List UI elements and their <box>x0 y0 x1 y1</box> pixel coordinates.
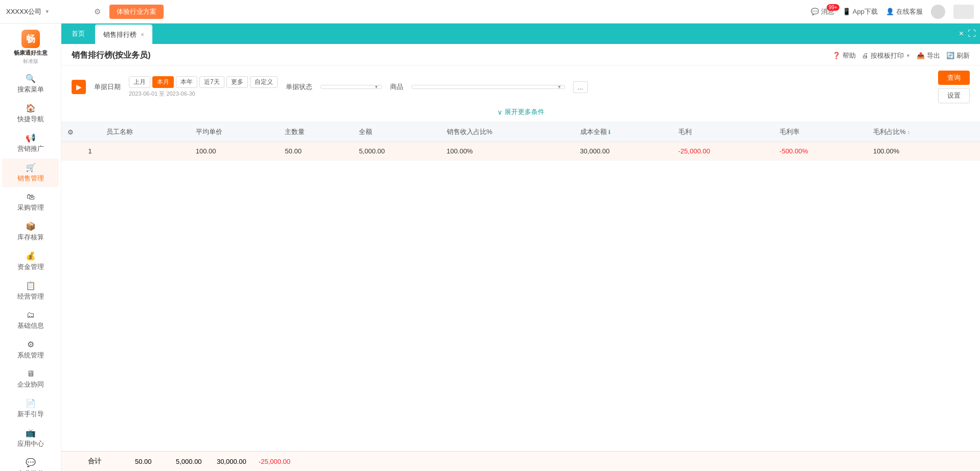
row-name <box>100 142 190 161</box>
tab-sales-ranking[interactable]: 销售排行榜 × <box>95 25 152 45</box>
filter-actions: 查询 设置 <box>938 71 970 103</box>
sidebar-item-quicknav[interactable]: 🏠 快捷导航 <box>2 99 59 128</box>
message-badge: 99+ <box>827 4 839 11</box>
row-profit: -25,000.00 <box>672 142 773 161</box>
footer-profit: -25,000.00 <box>253 458 297 465</box>
expand-more-button[interactable]: ∨ 展开更多条件 <box>72 107 970 117</box>
date-btn-last-month[interactable]: 上月 <box>129 76 150 88</box>
status-select-wrapper[interactable] <box>321 85 382 89</box>
app-download-button[interactable]: 📱 App下载 <box>842 7 878 16</box>
expand-window-icon[interactable]: ⛶ <box>968 29 976 38</box>
sidebar-label-system: 系统管理 <box>17 351 44 360</box>
sidebar-item-appcenter[interactable]: 📺 应用中心 <box>2 424 59 453</box>
status-select[interactable] <box>321 85 382 89</box>
sales-icon: 🛒 <box>26 163 36 172</box>
table-footer: 合计 50.00 5,000.00 30,000.00 -25,000.00 <box>61 451 980 471</box>
row-avg-price: 100.00 <box>190 142 279 161</box>
date-btn-7days[interactable]: 近7天 <box>199 76 224 88</box>
user-name-display <box>953 5 974 19</box>
th-cost-amt: 成本全额 ℹ <box>574 122 672 142</box>
date-filter-label: 单据日期 <box>94 82 121 92</box>
print-button[interactable]: 🖨 按模板打印 ▼ <box>862 51 910 60</box>
profit-pct-sort-icon: ↕ <box>907 129 910 135</box>
system-icon: ⚙ <box>27 340 34 349</box>
sidebar-item-purchase[interactable]: 🛍 采购管理 <box>2 188 59 216</box>
sidebar-label-finance: 资金管理 <box>17 262 44 272</box>
message-button[interactable]: 💬 消息 99+ <box>811 7 834 16</box>
sidebar-item-marketing[interactable]: 📢 营销推广 <box>2 129 59 158</box>
top-bar-right: 💬 消息 99+ 📱 App下载 👤 在线客服 <box>811 5 974 19</box>
data-table: ⚙ 员工名称 平均单价 主数量 全额 销售收入占比% 成本全额 ℹ 毛利 毛利率… <box>61 122 980 161</box>
date-btn-more[interactable]: 更多 <box>226 76 248 88</box>
tab-close-icon[interactable]: × <box>141 31 144 38</box>
trial-button[interactable]: 体验行业方案 <box>109 5 164 19</box>
date-btn-this-month[interactable]: 本月 <box>152 76 174 88</box>
status-filter-label: 单据状态 <box>286 82 312 92</box>
cooperation-icon: 🖥 <box>27 369 35 378</box>
dots-button[interactable]: ... <box>573 81 588 93</box>
sidebar-item-cooperation[interactable]: 🖥 企业协同 <box>2 365 59 393</box>
th-rank <box>80 122 100 142</box>
expand-down-icon: ∨ <box>497 108 503 116</box>
sidebar-item-guide[interactable]: 📄 新手引导 <box>2 394 59 423</box>
page-title: 销售排行榜(按业务员) <box>72 50 151 61</box>
sidebar-label-sales: 销售管理 <box>17 174 44 183</box>
filter-row: ▶ 单据日期 上月 本月 本年 近7天 更多 自定义 2023-06-01 至 … <box>72 71 970 103</box>
refresh-button[interactable]: 🔄 刷新 <box>946 51 970 60</box>
sidebar-item-finance[interactable]: 💰 资金管理 <box>2 247 59 276</box>
sidebar-item-system[interactable]: ⚙ 系统管理 <box>2 335 59 364</box>
tab-label: 销售排行榜 <box>103 30 136 39</box>
row-qty: 50.00 <box>279 142 353 161</box>
search-button[interactable]: 查询 <box>938 71 970 85</box>
wxwork-icon: 💬 <box>26 458 36 467</box>
export-button[interactable]: 📤 导出 <box>917 51 940 60</box>
footer-qty: 50.00 <box>129 458 170 465</box>
company-selector[interactable]: XXXXX公司 ▼ <box>6 7 88 16</box>
online-service-button[interactable]: 👤 在线客服 <box>886 7 923 16</box>
sidebar-label-purchase: 采购管理 <box>17 203 44 212</box>
sidebar-label-management: 经营管理 <box>17 292 44 301</box>
date-filter-buttons: 上月 本月 本年 近7天 更多 自定义 <box>129 76 278 88</box>
sidebar-logo: 畅 畅康通好生意 标准版 <box>0 24 61 69</box>
sidebar-item-management[interactable]: 📋 经营管理 <box>2 277 59 305</box>
appcenter-icon: 📺 <box>26 428 36 438</box>
row-profit-pct: 100.00% <box>867 142 980 161</box>
filter-expand-arrow[interactable]: ▶ <box>72 80 86 94</box>
content-area: 首页 销售排行榜 × × ⛶ 销售排行榜(按业务员) ❓ 帮助 <box>61 24 980 471</box>
row-profit-rate: -500.00% <box>773 142 867 161</box>
sidebar-label-search: 搜索菜单 <box>17 85 44 94</box>
th-sales-pct: 销售收入占比% <box>441 122 574 142</box>
sidebar-label-cooperation: 企业协同 <box>17 380 44 389</box>
row-rank: 1 <box>80 142 100 161</box>
th-qty: 主数量 <box>279 122 353 142</box>
settings-icon[interactable]: ⚙ <box>90 5 104 19</box>
date-btn-custom[interactable]: 自定义 <box>250 76 278 88</box>
row-cost-amt: 30,000.00 <box>574 142 672 161</box>
close-window-icon[interactable]: × <box>959 29 964 38</box>
sidebar: 畅 畅康通好生意 标准版 🔍 搜索菜单 🏠 快捷导航 📢 营销推广 🛒 销售管理… <box>0 24 61 471</box>
help-button[interactable]: ❓ 帮助 <box>832 51 856 60</box>
sidebar-item-wxwork[interactable]: 💬 企业微信 <box>2 454 59 471</box>
inventory-icon: 📦 <box>26 221 36 231</box>
marketing-icon: 📢 <box>26 133 36 143</box>
product-select-wrapper[interactable] <box>412 85 565 89</box>
th-settings: ⚙ <box>61 122 80 142</box>
filter-bar: ▶ 单据日期 上月 本月 本年 近7天 更多 自定义 2023-06-01 至 … <box>61 65 980 122</box>
th-avg-price: 平均单价 <box>190 122 279 142</box>
tab-home[interactable]: 首页 <box>61 24 95 44</box>
company-name: XXXXX公司 <box>6 7 41 16</box>
table-row: 1100.0050.005,000.00100.00%30,000.00-25,… <box>61 142 980 161</box>
product-select[interactable] <box>412 85 565 89</box>
sidebar-item-search[interactable]: 🔍 搜索菜单 <box>2 70 59 98</box>
sidebar-item-basicinfo[interactable]: 🗂 基础信息 <box>2 306 59 334</box>
th-profit: 毛利 <box>672 122 773 142</box>
management-icon: 📋 <box>26 281 36 290</box>
sidebar-label-basicinfo: 基础信息 <box>17 321 44 330</box>
date-btn-this-year[interactable]: 本年 <box>176 76 197 88</box>
footer-amount: 5,000.00 <box>170 458 211 465</box>
sidebar-item-inventory[interactable]: 📦 库存核算 <box>2 217 59 246</box>
sidebar-item-sales[interactable]: 🛒 销售管理 <box>2 159 59 187</box>
page-content: 销售排行榜(按业务员) ❓ 帮助 🖨 按模板打印 ▼ 📤 导出 <box>61 44 980 471</box>
avatar[interactable] <box>931 5 945 19</box>
table-settings-button[interactable]: 设置 <box>938 88 970 103</box>
